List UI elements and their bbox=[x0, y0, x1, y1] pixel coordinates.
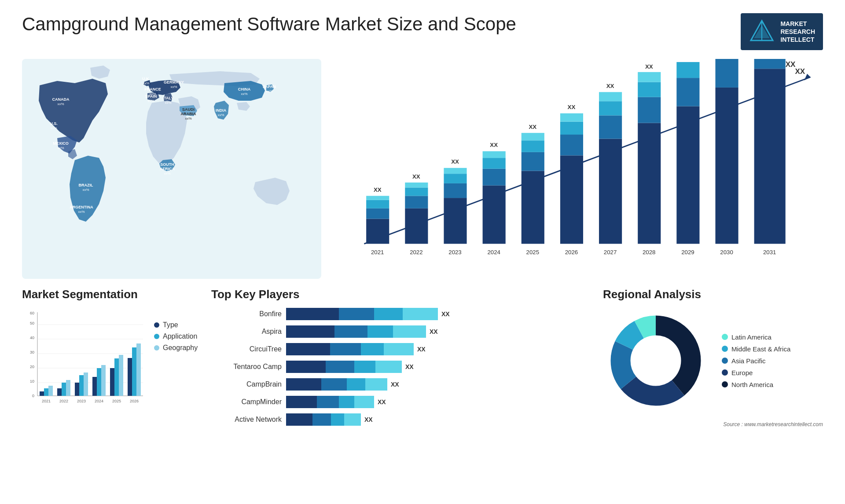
legend-asia: Asia Pacific bbox=[722, 357, 790, 365]
player-name: Active Network bbox=[211, 416, 282, 424]
segmentation-title: Market Segmentation bbox=[22, 288, 189, 301]
svg-text:XX: XX bbox=[786, 60, 796, 69]
svg-text:2024: 2024 bbox=[487, 249, 500, 256]
svg-rect-40 bbox=[366, 208, 389, 219]
svg-rect-131 bbox=[136, 343, 141, 396]
svg-rect-64 bbox=[522, 152, 544, 171]
svg-text:xx%: xx% bbox=[164, 172, 170, 175]
player-name: Aspira bbox=[211, 328, 282, 336]
player-bar bbox=[286, 378, 387, 391]
svg-text:40: 40 bbox=[30, 336, 34, 340]
legend-mea: Middle East & Africa bbox=[722, 345, 790, 353]
seg-legend-geography: Geography bbox=[154, 344, 198, 352]
logo-text: MARKET RESEARCH INTELLECT bbox=[780, 20, 815, 44]
svg-rect-57 bbox=[483, 186, 506, 244]
svg-rect-75 bbox=[599, 139, 622, 244]
player-bar bbox=[286, 325, 426, 338]
svg-text:xx%: xx% bbox=[147, 99, 154, 103]
bottom-grid: Market Segmentation 0 10 20 30 40 bbox=[22, 288, 823, 431]
player-value: XX bbox=[430, 328, 438, 335]
svg-text:XX: XX bbox=[795, 67, 805, 76]
svg-text:xx%: xx% bbox=[57, 146, 64, 150]
svg-rect-41 bbox=[366, 200, 389, 208]
svg-text:BRAZIL: BRAZIL bbox=[79, 183, 93, 187]
segmentation-chart: 0 10 20 30 40 50 60 bbox=[22, 308, 145, 413]
svg-rect-89 bbox=[676, 62, 699, 78]
player-bar bbox=[286, 308, 438, 320]
player-row-bonfire: Bonfire XX bbox=[211, 308, 581, 320]
svg-text:xx%: xx% bbox=[170, 85, 177, 89]
player-name: CampMinder bbox=[211, 398, 282, 406]
player-bar-container: XX bbox=[286, 325, 581, 338]
svg-text:xx%: xx% bbox=[82, 188, 89, 192]
svg-rect-42 bbox=[366, 196, 389, 200]
world-map-svg: CANADA xx% U.S. xx% MEXICO xx% BRAZIL xx… bbox=[22, 59, 321, 279]
svg-text:2025: 2025 bbox=[526, 249, 539, 256]
player-row-circuitree: CircuiTree XX bbox=[211, 343, 581, 355]
svg-text:MEXICO: MEXICO bbox=[53, 141, 69, 146]
svg-marker-37 bbox=[804, 74, 810, 80]
svg-rect-81 bbox=[638, 123, 661, 244]
svg-text:XX: XX bbox=[606, 83, 614, 89]
player-bar-container: XX bbox=[286, 413, 581, 426]
player-name: CampBrain bbox=[211, 380, 282, 388]
svg-rect-63 bbox=[522, 171, 544, 244]
svg-text:JAPAN: JAPAN bbox=[263, 84, 276, 89]
svg-rect-60 bbox=[483, 151, 506, 158]
svg-rect-88 bbox=[676, 78, 699, 106]
page-container: Campground Management Software Market Si… bbox=[0, 0, 845, 504]
player-value: XX bbox=[391, 381, 399, 388]
svg-text:xx%: xx% bbox=[185, 117, 191, 121]
players-title: Top Key Players bbox=[211, 288, 581, 301]
svg-rect-72 bbox=[560, 113, 583, 122]
svg-text:xx%: xx% bbox=[241, 92, 247, 96]
svg-rect-48 bbox=[405, 183, 428, 187]
svg-text:INDIA: INDIA bbox=[216, 108, 227, 113]
svg-text:xx%: xx% bbox=[78, 210, 84, 214]
svg-text:ARGENTINA: ARGENTINA bbox=[70, 205, 93, 209]
player-bar bbox=[286, 361, 402, 373]
svg-text:CANADA: CANADA bbox=[52, 97, 70, 102]
logo-icon bbox=[749, 18, 775, 45]
svg-text:XX: XX bbox=[529, 124, 536, 130]
legend-northamerica: North America bbox=[722, 381, 790, 388]
svg-text:xx%: xx% bbox=[165, 101, 171, 105]
player-bar-container: XX bbox=[286, 361, 581, 373]
svg-rect-52 bbox=[444, 183, 467, 198]
svg-rect-114 bbox=[40, 391, 44, 396]
svg-text:2029: 2029 bbox=[681, 249, 694, 256]
svg-rect-119 bbox=[66, 380, 70, 396]
svg-text:2028: 2028 bbox=[643, 249, 655, 256]
bar-chart-section: XX 2021 XX 2022 XX bbox=[334, 59, 823, 288]
player-bar-container: XX bbox=[286, 308, 581, 320]
svg-text:U.S.: U.S. bbox=[50, 121, 58, 126]
player-row-campminder: CampMinder XX bbox=[211, 396, 581, 408]
svg-text:10: 10 bbox=[30, 379, 34, 383]
regional-section: Regional Analysis bbox=[603, 288, 823, 431]
svg-point-143 bbox=[633, 338, 679, 383]
player-bar bbox=[286, 396, 374, 408]
header: Campground Management Software Market Si… bbox=[22, 13, 823, 50]
svg-text:XX: XX bbox=[490, 142, 498, 148]
svg-rect-115 bbox=[44, 388, 48, 396]
svg-text:2023: 2023 bbox=[448, 249, 461, 256]
seg-legend-type: Type bbox=[154, 321, 198, 329]
svg-text:CHINA: CHINA bbox=[238, 87, 251, 91]
legend-latin: Latin America bbox=[722, 333, 790, 341]
svg-text:ARABIA: ARABIA bbox=[181, 112, 196, 116]
svg-rect-82 bbox=[638, 97, 661, 123]
svg-rect-54 bbox=[444, 168, 467, 174]
svg-text:SPAIN: SPAIN bbox=[145, 94, 157, 99]
world-map-section: CANADA xx% U.S. xx% MEXICO xx% BRAZIL xx… bbox=[22, 59, 321, 288]
player-name: Tentaroo Camp bbox=[211, 363, 282, 371]
svg-rect-120 bbox=[75, 383, 79, 396]
svg-text:30: 30 bbox=[30, 350, 34, 354]
svg-rect-122 bbox=[84, 373, 88, 396]
svg-text:2026: 2026 bbox=[130, 399, 139, 403]
svg-rect-71 bbox=[560, 122, 583, 135]
player-bar-container: XX bbox=[286, 343, 581, 355]
svg-rect-65 bbox=[522, 140, 544, 152]
svg-rect-45 bbox=[405, 208, 428, 244]
svg-rect-118 bbox=[62, 383, 66, 396]
bar-chart-svg: XX 2021 XX 2022 XX bbox=[343, 59, 823, 274]
